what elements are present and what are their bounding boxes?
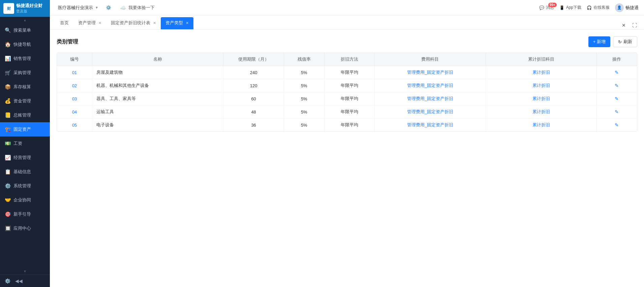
gear-icon: ⚙️ bbox=[106, 5, 111, 10]
cell-accum-account: 累计折旧 bbox=[486, 66, 596, 79]
sidebar-item-guide[interactable]: 🎯 新手引导 bbox=[0, 207, 50, 221]
cell-name: 器具、工具、家具等 bbox=[92, 92, 223, 105]
sidebar-item-basic-info[interactable]: 📋 基础信息 bbox=[0, 165, 50, 179]
tab-bar: 首页 资产管理 ✕ 固定资产折旧统计表 ✕ 资产类型 ✕ ✕ ⛶ bbox=[50, 15, 644, 30]
edit-button[interactable]: ✎ bbox=[596, 92, 637, 105]
ledger-icon: 📒 bbox=[5, 112, 11, 118]
table-row: 02机器、机械和其他生产设备1205%年限平均管理费用_固定资产折旧累计折旧✎ bbox=[57, 79, 637, 92]
cell-method: 年限平均 bbox=[324, 92, 375, 105]
sidebar-item-operations[interactable]: 📈 经营管理 bbox=[0, 151, 50, 165]
tab-depreciation-label: 固定资产折旧统计表 bbox=[111, 20, 150, 26]
tab-asset-mgmt-label: 资产管理 bbox=[78, 20, 96, 26]
table-row: 05电子设备365%年限平均管理费用_固定资产折旧累计折旧✎ bbox=[57, 119, 637, 132]
sidebar-item-inventory[interactable]: 📦 库存核算 bbox=[0, 80, 50, 94]
table-row: 04运输工具485%年限平均管理费用_固定资产折旧累计折旧✎ bbox=[57, 105, 637, 119]
window-close-button[interactable]: ✕ bbox=[620, 21, 628, 29]
sidebar-item-funds[interactable]: 💰 资金管理 bbox=[0, 94, 50, 108]
cell-period: 240 bbox=[223, 66, 284, 79]
settings-icon[interactable]: ⚙️ bbox=[5, 278, 10, 284]
cell-method: 年限平均 bbox=[324, 66, 375, 79]
sidebar-item-ledger[interactable]: 📒 总账管理 bbox=[0, 108, 50, 122]
cell-id: 02 bbox=[57, 79, 92, 92]
experience-button[interactable]: ☁️ 我要体验一下 bbox=[116, 3, 159, 12]
edit-button[interactable]: ✎ bbox=[596, 79, 637, 92]
cell-accum-account: 累计折旧 bbox=[486, 92, 596, 105]
operations-icon: 📈 bbox=[5, 155, 11, 161]
sidebar-item-payroll[interactable]: 💵 工资 bbox=[0, 136, 50, 151]
tab-asset-mgmt[interactable]: 资产管理 ✕ bbox=[73, 17, 106, 29]
sidebar-item-system[interactable]: ⚙️ 系统管理 bbox=[0, 179, 50, 193]
scroll-down-arrow[interactable]: ▼ bbox=[23, 269, 27, 273]
page-title: 类别管理 bbox=[57, 38, 78, 45]
tab-depreciation-table[interactable]: 固定资产折旧统计表 ✕ bbox=[106, 17, 161, 29]
sidebar-item-cooperation[interactable]: 🤝 企业协同 bbox=[0, 193, 50, 207]
tab-depreciation-close[interactable]: ✕ bbox=[153, 21, 156, 25]
col-id: 编号 bbox=[57, 53, 92, 66]
cell-method: 年限平均 bbox=[324, 79, 375, 92]
sidebar-item-fixed-assets[interactable]: 🏗️ 固定资产 bbox=[0, 122, 50, 136]
headset-icon: 🎧 bbox=[587, 5, 592, 10]
tab-home[interactable]: 首页 bbox=[55, 17, 73, 29]
header-actions: + 新增 ↻ 刷新 bbox=[588, 36, 637, 47]
home-icon: 🏠 bbox=[5, 41, 11, 47]
workspace-selector[interactable]: 医疗器械行业演示 ▼ bbox=[55, 3, 101, 12]
col-actions: 操作 bbox=[596, 53, 637, 66]
table-row: 01房屋及建筑物2405%年限平均管理费用_固定资产折旧累计折旧✎ bbox=[57, 66, 637, 79]
cell-accum-account: 累计折旧 bbox=[486, 119, 596, 132]
funds-icon: 💰 bbox=[5, 98, 11, 104]
cell-period: 60 bbox=[223, 92, 284, 105]
sidebar-item-purchase[interactable]: 🛒 采购管理 bbox=[0, 66, 50, 80]
col-period: 使用期限（月） bbox=[223, 53, 284, 66]
username: 畅捷通 bbox=[625, 5, 639, 11]
col-cost-account: 费用科目 bbox=[375, 53, 486, 66]
new-button[interactable]: + 新增 bbox=[588, 36, 610, 47]
cell-period: 48 bbox=[223, 105, 284, 119]
refresh-button-label: 刷新 bbox=[623, 39, 632, 45]
window-maximize-button[interactable]: ⛶ bbox=[631, 21, 639, 29]
cell-residual: 5% bbox=[284, 66, 324, 79]
table-header-row: 编号 名称 使用期限（月） 残值率 折旧方法 费用科目 累计折旧科目 操作 bbox=[57, 53, 637, 66]
content-area: 类别管理 + 新增 ↻ 刷新 编号 名称 使用期限（月） bbox=[50, 30, 644, 287]
app-download-button[interactable]: 📱 App下载 bbox=[559, 5, 581, 10]
edit-button[interactable]: ✎ bbox=[596, 66, 637, 79]
cell-accum-account: 累计折旧 bbox=[486, 105, 596, 119]
workspace-settings-button[interactable]: ⚙️ bbox=[104, 3, 113, 12]
sidebar-item-quick-nav[interactable]: 🏠 快捷导航 bbox=[0, 37, 50, 52]
col-name: 名称 bbox=[92, 53, 223, 66]
cloud-icon: ☁️ bbox=[120, 5, 126, 11]
cell-period: 120 bbox=[223, 79, 284, 92]
tab-asset-type-label: 资产类型 bbox=[165, 20, 183, 26]
avatar: 👤 bbox=[615, 3, 624, 12]
header-left: 医疗器械行业演示 ▼ ⚙️ ☁️ 我要体验一下 bbox=[55, 3, 535, 12]
refresh-button[interactable]: ↻ 刷新 bbox=[613, 36, 637, 47]
header-right: 💬 消息 99+ 📱 App下载 🎧 在线客服 👤 畅捷通 bbox=[539, 3, 639, 12]
sidebar-item-app-center[interactable]: 🔲 应用中心 bbox=[0, 221, 50, 235]
cooperation-icon: 🤝 bbox=[5, 197, 11, 203]
edit-button[interactable]: ✎ bbox=[596, 105, 637, 119]
tab-asset-type[interactable]: 资产类型 ✕ bbox=[161, 17, 193, 29]
tab-home-label: 首页 bbox=[60, 20, 69, 26]
tab-asset-mgmt-close[interactable]: ✕ bbox=[98, 21, 101, 25]
new-button-label: + 新增 bbox=[593, 39, 606, 45]
edit-button[interactable]: ✎ bbox=[596, 119, 637, 132]
collapse-icon[interactable]: ◀◀ bbox=[15, 278, 23, 284]
tab-asset-type-close[interactable]: ✕ bbox=[186, 21, 189, 25]
user-info[interactable]: 👤 畅捷通 bbox=[615, 3, 639, 12]
scroll-up-arrow[interactable]: ▲ bbox=[23, 18, 27, 22]
table-row: 03器具、工具、家具等605%年限平均管理费用_固定资产折旧累计折旧✎ bbox=[57, 92, 637, 105]
basic-info-icon: 📋 bbox=[5, 169, 11, 175]
app-name: 畅捷通好业财 普及版 bbox=[16, 3, 42, 14]
cell-cost-account: 管理费用_固定资产折旧 bbox=[375, 66, 486, 79]
cell-cost-account: 管理费用_固定资产折旧 bbox=[375, 79, 486, 92]
sidebar-item-search[interactable]: 🔍 搜索菜单 bbox=[0, 23, 50, 37]
messages-button[interactable]: 💬 消息 99+ bbox=[539, 5, 554, 10]
cell-name: 运输工具 bbox=[92, 105, 223, 119]
col-accum-account: 累计折旧科目 bbox=[486, 53, 596, 66]
cell-method: 年限平均 bbox=[324, 119, 375, 132]
system-icon: ⚙️ bbox=[5, 183, 11, 189]
online-service-label: 在线客服 bbox=[593, 5, 610, 10]
sidebar-item-sales[interactable]: 📊 销售管理 bbox=[0, 52, 50, 66]
online-service-button[interactable]: 🎧 在线客服 bbox=[587, 5, 610, 10]
sidebar-nav: 🔍 搜索菜单 🏠 快捷导航 📊 销售管理 🛒 采购管理 📦 库存核算 💰 资金管… bbox=[0, 23, 50, 268]
app-logo: 财 畅捷通好业财 普及版 bbox=[0, 0, 50, 17]
